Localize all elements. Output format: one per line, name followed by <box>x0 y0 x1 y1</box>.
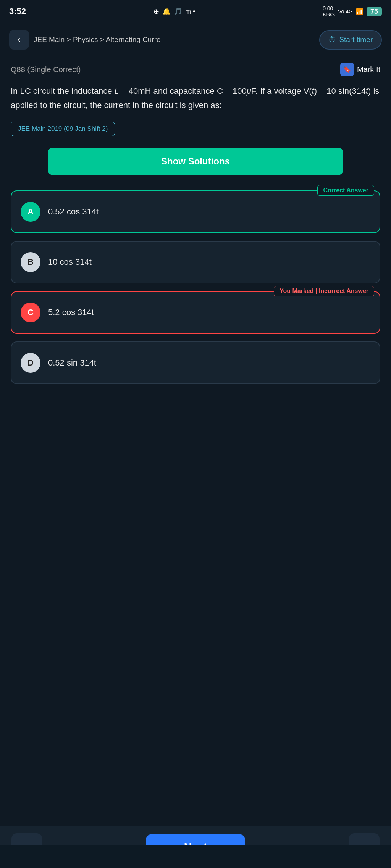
option-b[interactable]: B 10 cos 314t <box>11 241 380 283</box>
media-icon: 🎵 <box>174 7 182 16</box>
incorrect-answer-badge: You Marked | Incorrect Answer <box>274 286 374 296</box>
start-timer-button[interactable]: ⏱ Start timer <box>319 30 382 50</box>
question-text: In LC circuit the inductance L = 40mH an… <box>11 84 380 113</box>
show-solutions-button[interactable]: Show Solutions <box>48 148 343 175</box>
data-speed: 0.00KB/S <box>323 5 335 18</box>
option-c-wrapper: You Marked | Incorrect Answer C 5.2 cos … <box>11 291 380 334</box>
option-b-text: 10 cos 314t <box>48 257 92 267</box>
status-time: 3:52 <box>9 6 26 16</box>
network-type: Vo 4G <box>338 8 353 14</box>
option-a[interactable]: A 0.52 cos 314t <box>11 190 380 233</box>
option-a-circle: A <box>21 202 40 222</box>
option-c-text: 5.2 cos 314t <box>48 308 94 317</box>
breadcrumb: JEE Main > Physics > Alternating Curre <box>34 35 315 44</box>
status-right: 0.00KB/S Vo 4G 📶 75 <box>323 5 382 18</box>
option-b-circle: B <box>21 252 40 272</box>
alert-icon: 🔔 <box>162 7 171 16</box>
question-meta: Q88 (Single Correct) 🔖 Mark It <box>11 63 380 76</box>
mark-it-label: Mark It <box>357 65 380 74</box>
back-button[interactable]: ‹ <box>9 30 29 50</box>
option-d[interactable]: D 0.52 sin 314t <box>11 341 380 384</box>
dot-icon: m • <box>185 8 195 16</box>
option-c[interactable]: C 5.2 cos 314t <box>11 291 380 334</box>
question-tag: JEE Main 2019 (09 Jan Shift 2) <box>11 122 115 136</box>
option-a-text: 0.52 cos 314t <box>48 207 99 217</box>
sys-nav-bar <box>0 845 391 868</box>
option-d-wrapper: D 0.52 sin 314t <box>11 341 380 384</box>
mark-it-button[interactable]: 🔖 Mark It <box>340 63 380 76</box>
option-b-wrapper: B 10 cos 314t <box>11 241 380 283</box>
header: ‹ JEE Main > Physics > Alternating Curre… <box>0 23 391 56</box>
option-d-text: 0.52 sin 314t <box>48 358 96 368</box>
status-bar: 3:52 ⊕ 🔔 🎵 m • 0.00KB/S Vo 4G 📶 75 <box>0 0 391 23</box>
option-c-circle: C <box>21 303 40 322</box>
option-d-circle: D <box>21 353 40 373</box>
correct-answer-badge: Correct Answer <box>317 185 374 196</box>
network-icon: ⊕ <box>153 7 159 16</box>
signal-icon: 📶 <box>356 8 364 15</box>
option-a-wrapper: Correct Answer A 0.52 cos 314t <box>11 190 380 233</box>
content-area: Q88 (Single Correct) 🔖 Mark It In LC cir… <box>0 56 391 474</box>
status-icons: ⊕ 🔔 🎵 m • <box>153 7 195 16</box>
bookmark-icon: 🔖 <box>340 63 354 76</box>
options-container: Correct Answer A 0.52 cos 314t B 10 cos … <box>11 190 380 384</box>
question-number: Q88 (Single Correct) <box>11 65 81 74</box>
timer-label: Start timer <box>339 35 373 44</box>
timer-icon: ⏱ <box>328 35 336 44</box>
battery-badge: 75 <box>367 7 382 16</box>
